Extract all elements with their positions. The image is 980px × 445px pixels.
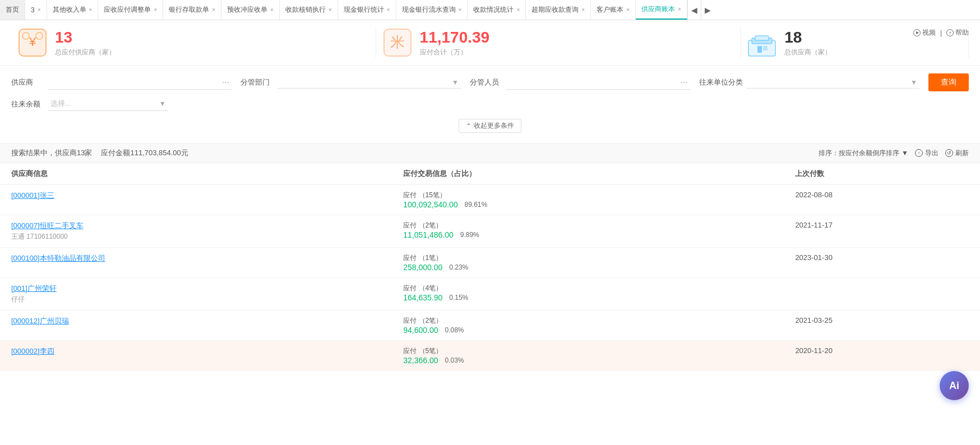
balance-placeholder: 选择... [50,99,159,109]
result-bar: 搜索结果中，供应商13家 应付金额111,703,854.00元 排序：按应付余… [0,143,980,163]
supplier-link[interactable]: [001]广州荣轩 [11,284,57,293]
export-label: 导出 [925,149,939,158]
search-button[interactable]: 查询 [928,73,969,91]
tx-percent: 0.15% [449,294,468,302]
last-pay-date: 2023-01-30 [795,253,833,262]
table-row: [000007]恒旺二手叉车王通 17106110000应付 （2笔） 11,0… [0,215,980,248]
close-icon[interactable]: × [89,7,93,13]
nav-tab-collection-stat[interactable]: 收款情况统计 × [468,0,526,20]
nav-tab-cash-flow[interactable]: 现金银行流水查询 × [396,0,468,20]
supplier-link[interactable]: [000002]李四 [11,347,54,355]
td-supplier-info: [001]广州荣轩仔仔 [0,278,392,310]
nav-tab-cash-flow-label: 现金银行流水查询 [402,5,456,15]
stat-info-ap-suppliers: 13 总应付供应商（家） [55,28,115,58]
nav-tab-3-close[interactable]: × [38,7,41,13]
close-icon[interactable]: × [387,7,390,13]
nav-next-arrow[interactable]: ▶ [701,0,714,20]
stat-info-ap-total: 11,170.39 应付合计（万） [420,28,490,58]
tx-percent: 0.08% [445,326,464,334]
nav-tab-3-label: 3 [31,6,35,14]
nav-tab-ap-adj[interactable]: 应收应付调整单 × [98,0,163,20]
supplier-link[interactable]: [000001]张三 [11,191,54,200]
tx-percent: 0.03% [445,356,464,364]
chevron-up-icon: ⌃ [466,122,471,130]
tx-label: 应付 （2笔） [403,316,773,326]
ai-button[interactable]: Ai [940,371,969,400]
tx-amount-row: 258,000.00 0.23% [403,263,773,272]
close-icon[interactable]: × [270,7,274,13]
person-dots[interactable]: ··· [681,77,688,87]
close-icon[interactable]: × [581,7,585,13]
nav-tab-3[interactable]: 3 × [25,0,47,20]
supplier-link[interactable]: [000100]本特勒油品有限公司 [11,254,105,262]
nav-prev-arrow[interactable]: ◀ [687,0,701,20]
export-icon: ↑ [915,149,923,157]
nav-tab-customer-ledger[interactable]: 客户账本 × [591,0,636,20]
nav-tab-customer-ledger-label: 客户账本 [597,5,623,15]
tx-percent: 89.61% [465,201,488,208]
data-table: 供应商信息 应付交易信息（占比） 上次付数 [000001]张三应付 （15笔）… [0,163,980,371]
nav-tab-supplier-ledger[interactable]: 供应商账本 × [636,0,687,20]
ap-supplier-label: 总应付供应商（家） [55,48,115,57]
nav-tab-collection-stat-label: 收款情况统计 [473,5,514,15]
help-link[interactable]: ? 帮助 [946,28,969,38]
nav-tab-collection[interactable]: 收款核销执行 × [280,0,338,20]
nav-tab-prepay[interactable]: 预收冲应收单 × [221,0,280,20]
nav-tab-home[interactable]: 首页 [0,0,25,20]
svg-rect-10 [763,46,768,50]
nav-tab-home-label: 首页 [6,5,19,15]
nav-tab-other-income[interactable]: 其他收入单 × [47,0,99,20]
export-button[interactable]: ↑ 导出 [915,149,939,158]
nav-tab-cash-bank-stat-label: 现金银行统计 [344,5,384,15]
supplier-link[interactable]: [000007]恒旺二手叉车 [11,221,84,230]
nav-tab-bank-deposit[interactable]: 银行存取款单 × [163,0,221,20]
sort-button[interactable]: 排序：按应付余额倒序排序 ▼ [819,149,908,158]
ap-supplier-count: 13 [55,28,115,47]
refresh-button[interactable]: ↺ 刷新 [945,149,969,158]
tx-label: 应付 （2笔） [403,221,773,230]
divider: | [940,29,942,37]
close-icon[interactable]: × [678,6,681,12]
supplier-input[interactable] [50,78,222,86]
nav-tab-supplier-ledger-label: 供应商账本 [641,4,675,14]
video-label: 视频 [922,28,936,38]
nav-tab-other-income-label: 其他收入单 [53,5,86,15]
balance-label: 往来余额 [11,99,45,109]
supplier-link[interactable]: [000012]广州贝瑞 [11,317,69,325]
close-icon[interactable]: × [329,7,332,13]
chevron-down-icon: ▼ [902,149,908,157]
search-field-category: 往来单位分类 ▼ [699,77,919,89]
close-icon[interactable]: × [459,7,462,13]
supplier-input-wrap[interactable]: ··· [48,76,232,90]
tx-amount-row: 100,092,540.00 89.61% [403,200,773,209]
th-last-pay: 上次付数 [784,163,980,185]
nav-tab-overdue[interactable]: 超期应收款查询 × [526,0,591,20]
supplier-sub: 王通 17106110000 [11,232,381,242]
collapse-bar: ⌃ 收起更多条件 [11,117,969,138]
video-link[interactable]: 视频 [913,28,936,38]
close-icon[interactable]: × [212,7,215,13]
nav-tab-cash-bank-stat[interactable]: 现金银行统计 × [338,0,396,20]
balance-select[interactable]: 选择... ▼ [48,97,168,111]
close-icon[interactable]: × [154,7,157,13]
collapse-button[interactable]: ⌃ 收起更多条件 [459,119,521,133]
category-label: 往来单位分类 [699,77,743,87]
close-icon[interactable]: × [516,7,520,13]
supplier-dots[interactable]: ··· [222,77,229,87]
person-input[interactable] [509,78,681,86]
sort-label: 排序：按应付余额倒序排序 [819,149,899,158]
close-icon[interactable]: × [626,7,630,13]
person-label: 分管人员 [470,77,503,87]
supplier-sub: 仔仔 [11,295,381,304]
table-header-row: 供应商信息 应付交易信息（占比） 上次付数 [0,163,980,185]
td-tx-info: 应付 （4笔） 164,635.90 0.15% [392,278,784,310]
nav-tab-ap-adj-label: 应收应付调整单 [104,5,151,15]
tx-amount-row: 32,366.00 0.03% [403,356,773,365]
tx-amount-row: 11,051,486.00 9.89% [403,230,773,239]
stat-block-ap-total: 米 11,170.39 应付合计（万） [376,27,741,58]
dept-select[interactable]: ▼ [278,77,461,89]
person-input-wrap[interactable]: ··· [507,76,690,90]
category-select[interactable]: ▼ [746,77,919,89]
nav-tab-overdue-label: 超期应收款查询 [531,5,579,15]
th-supplier-info: 供应商信息 [0,163,392,185]
